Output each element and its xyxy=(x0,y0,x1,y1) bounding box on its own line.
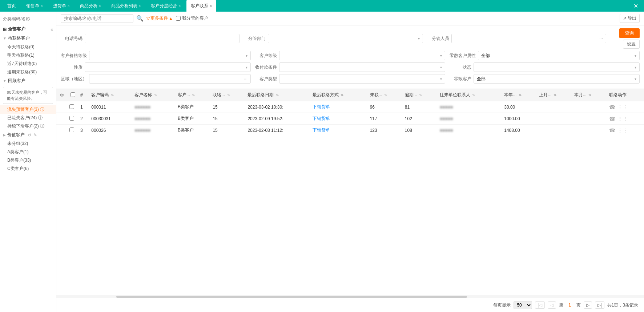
sidebar-group-review[interactable]: ▼ 回顾客户 xyxy=(0,76,56,85)
first-page-button[interactable]: |◁ xyxy=(535,301,544,309)
col-this-month-header[interactable]: 本月... ⇅ xyxy=(572,89,607,101)
col-this-year-header[interactable]: 本年... ⇅ xyxy=(502,89,537,101)
col-last-month-header[interactable]: 上月... ⇅ xyxy=(537,89,572,101)
manager-more-icon[interactable]: ··· xyxy=(599,36,603,41)
sidebar-item-declining[interactable]: 持续下滑客户(2) ⓘ xyxy=(0,122,56,130)
filter-price-level-select[interactable]: ▾ xyxy=(89,51,251,60)
more-conditions-button[interactable]: ▽ 更多条件 ▲ xyxy=(146,15,173,21)
filter-region-select[interactable]: ··· xyxy=(89,74,251,84)
sidebar-search-input[interactable] xyxy=(3,16,56,21)
sidebar-item-week[interactable]: 近7天待联络(0) xyxy=(0,60,56,68)
export-button[interactable]: ↗ 导出 xyxy=(620,14,640,23)
data-table-container: ⚙ # 客户编码 ⇅ 客户名称 ⇅ 客户... ⇅ 联络... ⇅ 最后联络日期… xyxy=(56,89,644,295)
col-name-header[interactable]: 客户名称 ⇅ xyxy=(132,89,176,101)
my-customers-checkbox[interactable]: 我分管的客户 xyxy=(176,15,208,21)
col-overdue-header[interactable]: 逾期... ⇅ xyxy=(403,89,438,101)
row-select-checkbox[interactable] xyxy=(69,116,74,121)
filter-department-select[interactable]: ▾ xyxy=(268,34,423,43)
sidebar-item-tomorrow[interactable]: 明天待联络(1) xyxy=(0,51,56,60)
filter-manager-select[interactable]: ··· xyxy=(451,34,606,43)
filter-customer-type-select[interactable]: ▾ xyxy=(279,74,445,84)
action-more-icon[interactable]: ⋮⋮ xyxy=(617,116,628,122)
edit-icon[interactable]: ✎ xyxy=(33,133,37,138)
row-checkbox[interactable] xyxy=(67,113,78,125)
sidebar-item-a-class[interactable]: A类客户(1) xyxy=(0,148,56,156)
filter-phone-input[interactable] xyxy=(85,34,240,43)
contact-method-link[interactable]: 下销货单 xyxy=(313,116,330,121)
sidebar-item-churned[interactable]: 已流失客户(24) ⓘ xyxy=(0,114,56,122)
filter-retail-select[interactable]: 全部 ▾ xyxy=(474,74,640,84)
action-phone-icon[interactable]: ☎ xyxy=(609,104,615,110)
close-analysis-tab[interactable]: × xyxy=(99,4,101,8)
nav-tab-sales[interactable]: 销售单 × xyxy=(22,0,47,12)
col-unit-contact-header[interactable]: 往来单位联系人 ⇅ xyxy=(438,89,502,101)
row-select-checkbox[interactable] xyxy=(69,104,74,109)
action-phone-icon[interactable]: ☎ xyxy=(609,127,615,133)
sidebar-item-overdue[interactable]: 逾期未联络(30) xyxy=(0,68,56,76)
arrow-down-icon-review: ▼ xyxy=(3,79,7,83)
my-customers-check[interactable] xyxy=(176,16,181,21)
sidebar-item-c-class[interactable]: C类客户(6) xyxy=(0,165,56,173)
close-purchase-tab[interactable]: × xyxy=(68,4,70,8)
close-sales-tab[interactable]: × xyxy=(41,4,43,8)
sidebar-all-customers[interactable]: ⊞ 全部客户 « xyxy=(0,25,56,34)
col-contact-header[interactable]: 联络... ⇅ xyxy=(210,89,245,101)
row-last-contact-method[interactable]: 下销货单 xyxy=(310,101,368,113)
filter-status-select[interactable]: ▾ xyxy=(474,62,640,72)
nav-tab-analysis[interactable]: 商品分析 × xyxy=(76,0,105,12)
window-close-button[interactable]: ✕ xyxy=(631,1,641,11)
scrollbar-thumb[interactable] xyxy=(116,296,467,298)
select-all-checkbox[interactable] xyxy=(71,92,75,97)
action-phone-icon[interactable]: ☎ xyxy=(609,116,615,122)
sidebar-item-b-class[interactable]: B类客户(33) xyxy=(0,156,56,165)
nav-tab-customer-contact[interactable]: 客户联系 × xyxy=(186,0,216,12)
query-button[interactable]: 查询 xyxy=(619,28,640,38)
filter-search-input[interactable] xyxy=(61,14,133,23)
close-analysis-list-tab[interactable]: × xyxy=(139,4,141,8)
contact-method-link[interactable]: 下销货单 xyxy=(313,104,330,109)
sidebar-item-churn-warning[interactable]: 流失预警客户(3) ⓘ xyxy=(0,105,56,114)
nav-tab-purchase[interactable]: 进货单 × xyxy=(49,0,74,12)
sidebar-item-today[interactable]: 今天待联络(0) xyxy=(0,43,56,51)
settings-button[interactable]: 设置 xyxy=(623,40,640,49)
close-customer-contact-tab[interactable]: × xyxy=(210,4,212,8)
sidebar-collapse-button[interactable]: « xyxy=(51,27,53,32)
contact-method-link[interactable]: 下销货单 xyxy=(313,127,330,133)
row-last-contact-method[interactable]: 下销货单 xyxy=(310,125,368,136)
filter-customer-level-select[interactable]: ▾ xyxy=(279,51,445,60)
col-last-contact-date-header[interactable]: 最后联络日期 ⇅ xyxy=(245,89,310,101)
row-select-checkbox[interactable] xyxy=(69,127,74,132)
nav-tab-analysis-list[interactable]: 商品分析列表 × xyxy=(107,0,145,12)
row-checkbox[interactable] xyxy=(67,125,78,136)
filter-gender-select[interactable]: ▾ xyxy=(85,62,251,72)
region-more-icon[interactable]: ··· xyxy=(244,76,247,81)
refresh-icon[interactable]: ↺ xyxy=(28,133,31,138)
action-more-icon[interactable]: ⋮⋮ xyxy=(617,104,628,110)
filter-search-button[interactable]: 🔍 xyxy=(136,15,144,22)
per-page-select[interactable]: 50 100 200 xyxy=(514,301,532,309)
col-uncontacted-header[interactable]: 未联... ⇅ xyxy=(368,89,403,101)
nav-home[interactable]: 首页 xyxy=(3,1,20,11)
row-checkbox[interactable] xyxy=(67,101,78,113)
sidebar-item-ungrouped[interactable]: 未分组(32) xyxy=(0,139,56,148)
col-code-header[interactable]: 客户编码 ⇅ xyxy=(89,89,132,101)
sort-date-icon: ⇅ xyxy=(276,93,279,97)
nav-tab-customer-tier[interactable]: 客户分层经营 × xyxy=(146,0,185,12)
last-page-button[interactable]: ▷| xyxy=(595,301,604,309)
filter-credit-property-select[interactable]: 全部 ▾ xyxy=(478,51,640,60)
col-type-header[interactable]: 客户... ⇅ xyxy=(176,89,210,101)
page-label: 第 xyxy=(559,302,563,308)
col-last-contact-method-header[interactable]: 最后联络方式 ⇅ xyxy=(310,89,368,101)
prev-page-button[interactable]: ◁ xyxy=(548,301,556,309)
next-page-button[interactable]: ▷ xyxy=(584,301,592,309)
close-customer-tier-tab[interactable]: × xyxy=(178,4,181,8)
col-settings[interactable]: ⚙ xyxy=(56,89,67,101)
horizontal-scrollbar[interactable] xyxy=(56,295,644,298)
filter-payment-select[interactable]: ▾ xyxy=(279,62,445,72)
row-last-contact-method[interactable]: 下销货单 xyxy=(310,113,368,125)
sidebar-group-value[interactable]: ▶ 价值客户 ↺ ✎ xyxy=(0,130,56,139)
col-checkbox-header[interactable] xyxy=(67,89,78,101)
sidebar-group-pending[interactable]: ▼ 待联络客户 xyxy=(0,34,56,43)
action-more-icon[interactable]: ⋮⋮ xyxy=(617,127,628,133)
row-overdue: 81 xyxy=(403,101,438,113)
